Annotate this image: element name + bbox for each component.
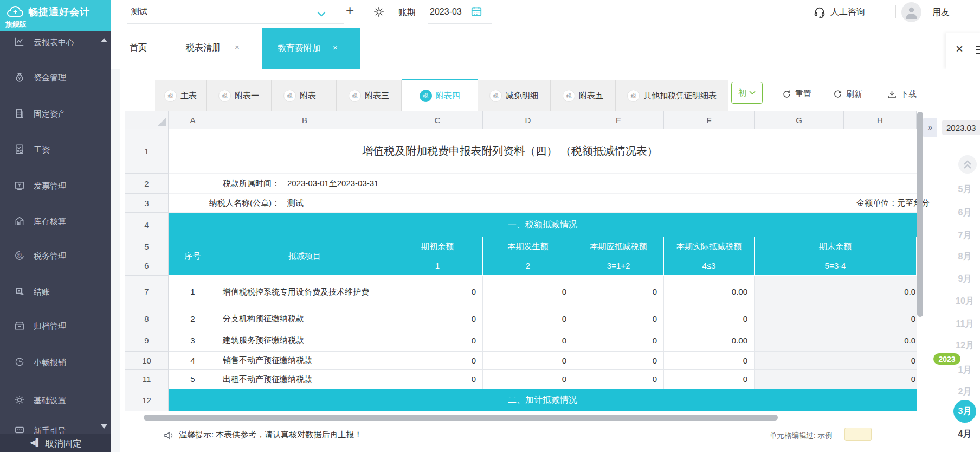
cell-value[interactable]: 0.00 [664, 276, 755, 308]
cell-item[interactable]: 建筑服务预征缴纳税款 [217, 329, 392, 352]
sheet-tab-annex5[interactable]: 税 附表五 [551, 80, 616, 111]
cell-value[interactable]: 0 [664, 370, 755, 389]
sheet-tab-annex1[interactable]: 税 附表一 [207, 80, 272, 111]
cell-seq[interactable]: 1 [169, 276, 217, 308]
cell-seq[interactable]: 4 [169, 352, 217, 370]
month-item[interactable]: 9月 [944, 273, 980, 285]
cell-ending-balance[interactable]: 0 [755, 370, 917, 389]
cell-item[interactable]: 销售不动产预征缴纳税款 [217, 352, 392, 370]
sheet-tab-annex4-active[interactable]: 税 附表四 [402, 79, 478, 111]
cell-value[interactable]: 0 [483, 370, 573, 389]
collapse-rail-icon[interactable]: » [923, 118, 937, 137]
period-value[interactable]: 2023-03 [430, 7, 462, 17]
cell-item[interactable]: 增值税税控系统专用设备费及技术维护费 [217, 276, 392, 308]
row-header[interactable]: 1 [125, 129, 169, 174]
cell-ending-balance[interactable]: 0.0 [755, 276, 917, 308]
sidebar-item-closing[interactable]: 结账 [0, 284, 111, 301]
sheet-tab-annex3[interactable]: 税 附表三 [337, 80, 402, 111]
row-header[interactable]: 5 [125, 237, 169, 256]
scroll-months-up-icon[interactable] [958, 155, 977, 174]
cell-value[interactable]: 0 [483, 329, 573, 352]
month-item[interactable]: 11月 [944, 319, 980, 330]
cell-ending-balance[interactable]: 0 [755, 308, 917, 329]
cell-item[interactable]: 出租不动产预征缴纳税款 [217, 370, 392, 389]
cell-value[interactable]: 0 [392, 329, 483, 352]
reset-button[interactable]: 重置 [782, 87, 811, 101]
cell-value[interactable]: 0 [483, 308, 573, 329]
cell-value[interactable]: 0 [483, 276, 573, 308]
tab-home[interactable]: 首页 [111, 25, 165, 69]
month-item[interactable]: 7月 [944, 230, 980, 241]
sidebar-item-archive[interactable]: 归档管理 [0, 319, 111, 335]
row-header[interactable]: 12 [125, 389, 169, 411]
chevron-down-icon[interactable] [317, 9, 326, 19]
month-item-active[interactable]: 3月 [953, 400, 976, 423]
row-header[interactable]: 8 [125, 308, 169, 329]
column-header-f[interactable]: F [664, 111, 755, 129]
refresh-button[interactable]: 刷新 [833, 87, 862, 101]
row-header[interactable]: 10 [125, 352, 169, 370]
month-item[interactable]: 8月 [944, 251, 980, 263]
cell-value[interactable]: 0 [664, 352, 755, 370]
consult-link[interactable]: 人工咨询 [830, 7, 865, 18]
cell-value[interactable]: 0 [392, 276, 483, 308]
column-header-c[interactable]: C [392, 111, 483, 129]
select-all-corner[interactable] [125, 111, 169, 129]
user-name[interactable]: 用友 [932, 7, 950, 18]
sheet-tab-annex2[interactable]: 税 附表二 [272, 80, 337, 111]
sidebar-scroll-down-icon[interactable] [101, 424, 107, 429]
month-item[interactable]: 10月 [944, 296, 980, 307]
sheet-tab-other-vouchers[interactable]: 税 其他扣税凭证明细表 [616, 80, 728, 111]
unpin-sidebar-button[interactable]: ◀▌ 取消固定 [0, 434, 111, 452]
row-header[interactable]: 7 [125, 276, 169, 308]
row-header[interactable]: 9 [125, 329, 169, 352]
cell-value[interactable]: 0 [573, 329, 664, 352]
row-header[interactable]: 3 [125, 194, 169, 213]
cell-seq[interactable]: 3 [169, 329, 217, 352]
cell-value[interactable]: 0 [573, 308, 664, 329]
cell-value[interactable]: 0 [573, 370, 664, 389]
cell-seq[interactable]: 2 [169, 308, 217, 329]
cell-value[interactable]: 0 [392, 308, 483, 329]
row-header[interactable]: 4 [125, 213, 169, 237]
tab-education-surcharge[interactable]: 教育费附加 × [262, 28, 360, 69]
close-tab-icon[interactable]: × [333, 43, 338, 52]
row-header[interactable]: 6 [125, 256, 169, 276]
month-item[interactable]: 5月 [944, 184, 980, 195]
cell-seq[interactable]: 5 [169, 370, 217, 389]
sheet-tab-reduction-detail[interactable]: 税 减免明细 [478, 80, 551, 111]
sidebar-scroll-up-icon[interactable] [101, 38, 107, 42]
cell-item[interactable]: 分支机构预征缴纳税款 [217, 308, 392, 329]
sheet-tab-main[interactable]: 税 主表 [155, 80, 207, 111]
cell-value[interactable]: 0 [664, 308, 755, 329]
sidebar-item-reimburse[interactable]: 小畅报销 [0, 355, 111, 371]
avatar[interactable] [901, 2, 921, 22]
month-item[interactable]: 12月 [944, 340, 980, 352]
cell-value[interactable]: 0 [392, 352, 483, 370]
cell-ending-balance[interactable]: 0 [755, 352, 917, 370]
account-selector[interactable]: 测试 [131, 7, 147, 17]
column-header-h[interactable]: H [844, 111, 917, 129]
sidebar-item-funds[interactable]: 资金管理 [0, 70, 111, 86]
cell-value[interactable]: 0.00 [664, 329, 755, 352]
column-header-d[interactable]: D [483, 111, 573, 129]
period-dropdown[interactable]: 初 [731, 82, 763, 104]
row-header[interactable]: 2 [125, 174, 169, 194]
gear-icon[interactable] [373, 6, 385, 20]
sidebar-item-tax[interactable]: 税 税务管理 [0, 249, 111, 265]
download-button[interactable]: 下载 [887, 87, 917, 101]
column-header-a[interactable]: A [169, 111, 217, 129]
cell-value[interactable]: 0 [573, 276, 664, 308]
close-all-icon[interactable]: × [956, 42, 963, 55]
tab-tax-register[interactable]: 税表清册 × [172, 25, 256, 69]
cell-value[interactable]: 0 [573, 352, 664, 370]
month-item[interactable]: 2月 [944, 386, 980, 398]
tab-list-icon[interactable] [976, 46, 980, 56]
sidebar-item-cloud-report[interactable]: 云报表中心 [0, 35, 111, 51]
add-button[interactable]: + [346, 2, 354, 19]
close-tab-icon[interactable]: × [235, 42, 240, 52]
column-header-e[interactable]: E [573, 111, 664, 129]
sidebar-item-inventory[interactable]: 库存核算 [0, 214, 111, 230]
month-item[interactable]: 4月 [944, 429, 980, 440]
calendar-icon[interactable] [470, 5, 482, 20]
